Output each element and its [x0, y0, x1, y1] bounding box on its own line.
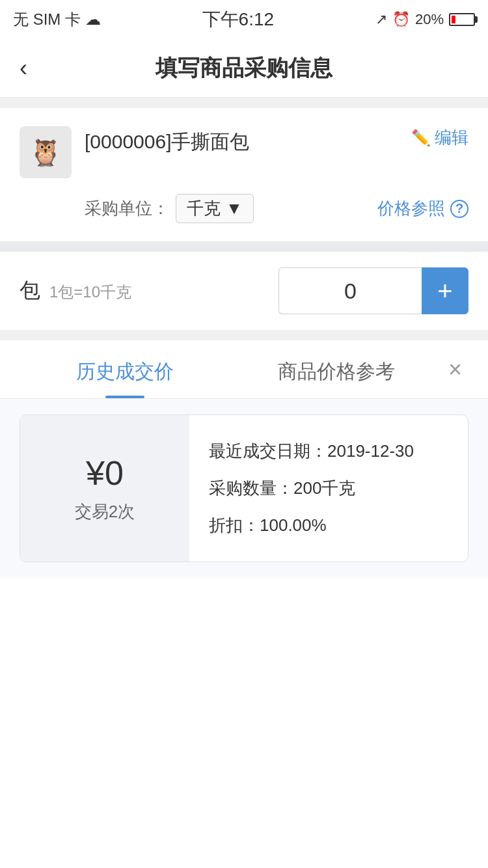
- question-icon: ?: [450, 200, 468, 218]
- price-ref-button[interactable]: 价格参照 ?: [377, 197, 468, 220]
- edit-button[interactable]: ✏️ 编辑: [411, 126, 468, 149]
- status-time: 下午6:12: [202, 7, 275, 32]
- sim-label: 无 SIM 卡 ☁: [13, 9, 101, 30]
- location-icon: ↗: [375, 11, 387, 28]
- tabs-container: 历史成交价 商品价格参考 ×: [0, 340, 488, 399]
- quantity-unit-info: 包 1包=10千克: [20, 277, 131, 305]
- price-section: ¥0 交易2次 最近成交日期：2019-12-30 采购数量：200千克 折扣：…: [0, 399, 488, 578]
- status-left: 无 SIM 卡 ☁: [13, 9, 101, 30]
- quantity-plus-button[interactable]: +: [422, 267, 468, 314]
- price-value: 0: [105, 454, 124, 492]
- product-header: 🦉 [0000006]手撕面包 ✏️ 编辑: [20, 126, 468, 178]
- product-name: [0000006]手撕面包: [85, 126, 249, 156]
- recent-date-value: 2019-12-30: [327, 441, 414, 461]
- product-left: 🦉 [0000006]手撕面包: [20, 126, 249, 178]
- tab-close-button[interactable]: ×: [442, 358, 468, 381]
- tab-history-price[interactable]: 历史成交价: [20, 340, 230, 398]
- tab-price-ref[interactable]: 商品价格参考: [230, 340, 441, 398]
- price-left-panel: ¥0 交易2次: [20, 415, 189, 562]
- price-card: ¥0 交易2次 最近成交日期：2019-12-30 采购数量：200千克 折扣：…: [20, 414, 468, 562]
- nav-bar: ‹ 填写商品采购信息: [0, 39, 488, 98]
- section-divider: [0, 241, 488, 252]
- battery-percent: 20%: [415, 11, 444, 28]
- recent-date-label: 最近成交日期：: [209, 441, 327, 461]
- unit-label: 采购单位：: [85, 197, 169, 220]
- price-currency: ¥: [86, 454, 105, 492]
- quantity-value: 200千克: [293, 478, 355, 498]
- tabs-row: 历史成交价 商品价格参考 ×: [0, 340, 488, 398]
- unit-value: 千克: [187, 197, 221, 220]
- unit-select[interactable]: 千克 ▼: [176, 194, 254, 223]
- quantity-row: 包 1包=10千克 +: [0, 252, 488, 330]
- price-right-panel: 最近成交日期：2019-12-30 采购数量：200千克 折扣：100.00%: [189, 415, 468, 562]
- discount-value: 100.00%: [260, 515, 327, 535]
- product-card: 🦉 [0000006]手撕面包 ✏️ 编辑 采购单位： 千克 ▼ 价格参照 ?: [0, 108, 488, 241]
- status-bar: 无 SIM 卡 ☁ 下午6:12 ↗ ⏰ 20%: [0, 0, 488, 39]
- quantity-input-wrap: +: [278, 267, 468, 314]
- unit-conversion-label: 1包=10千克: [49, 282, 131, 303]
- price-amount: ¥0: [86, 454, 124, 493]
- edit-icon: ✏️: [411, 129, 431, 147]
- edit-label: 编辑: [435, 126, 468, 149]
- bottom-area: [0, 578, 488, 868]
- discount-label: 折扣：: [209, 515, 260, 535]
- discount-row: 折扣：100.00%: [209, 513, 448, 538]
- quantity-input[interactable]: [278, 267, 422, 314]
- price-trades: 交易2次: [75, 500, 135, 523]
- price-ref-label: 价格参照: [377, 197, 445, 220]
- recent-date-row: 最近成交日期：2019-12-30: [209, 439, 448, 464]
- product-unit-row: 采购单位： 千克 ▼ 价格参照 ?: [20, 194, 468, 223]
- unit-label-group: 采购单位： 千克 ▼: [85, 194, 254, 223]
- status-right: ↗ ⏰ 20%: [375, 11, 475, 28]
- product-thumbnail: 🦉: [20, 126, 72, 178]
- purchase-quantity-row: 采购数量：200千克: [209, 476, 448, 501]
- quantity-label: 采购数量：: [209, 478, 293, 498]
- back-button[interactable]: ‹: [20, 55, 27, 82]
- product-owl-icon: 🦉: [29, 137, 62, 168]
- page-title: 填写商品采购信息: [156, 53, 332, 83]
- unit-big-label: 包: [20, 277, 40, 305]
- battery-icon: [449, 13, 475, 26]
- alarm-icon: ⏰: [392, 11, 410, 28]
- chevron-down-icon: ▼: [226, 198, 243, 219]
